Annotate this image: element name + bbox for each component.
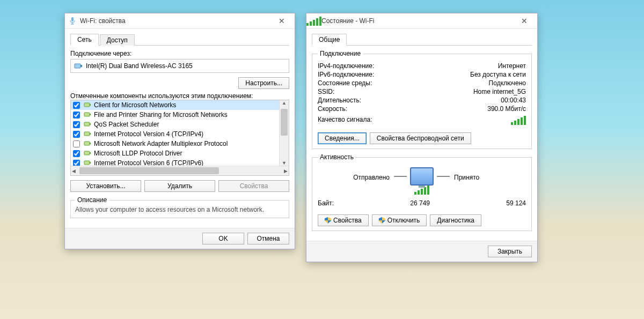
wifi-status-window: Состояние - Wi-Fi ✕ Общие Подключение IP… [306,13,538,262]
received-label: Принято [454,174,526,181]
ipv4-value: Интернет [498,62,526,70]
component-icon [83,120,92,129]
configure-button[interactable]: Настроить... [238,77,289,89]
speed-label: Скорость: [318,105,347,113]
properties-button[interactable]: Свойства [318,214,369,226]
scroll-up-icon[interactable]: ▲ [282,100,287,106]
list-item[interactable]: File and Printer Sharing for Microsoft N… [71,110,289,120]
close-icon[interactable]: ✕ [272,15,291,27]
connection-group: Подключение IPv4-подключение:Интернет IP… [312,50,532,149]
svg-rect-8 [90,114,91,115]
duration-value: 00:00:43 [501,97,526,104]
details-button[interactable]: Сведения... [318,132,367,144]
shield-icon [325,217,331,224]
list-item[interactable]: Internet Protocol Version 4 (TCP/IPv4) [71,129,289,139]
components-list[interactable]: Client for Microsoft NetworksFile and Pr… [70,100,289,176]
scrollbar-horizontal[interactable]: ◀ ▶ [71,166,289,175]
component-checkbox[interactable] [73,131,80,138]
signal-bars-icon [511,116,526,127]
component-checkbox[interactable] [73,150,80,157]
component-label: QoS Packet Scheduler [94,121,159,128]
svg-rect-14 [90,143,91,144]
install-button[interactable]: Установить... [70,180,141,192]
dialog-footer: Закрыть [306,241,537,262]
component-label: Client for Microsoft Networks [94,101,176,109]
description-group: Описание Allows your computer to access … [70,196,289,218]
list-item[interactable]: Microsoft Network Adapter Multiplexor Pr… [71,139,289,149]
component-checkbox[interactable] [73,112,80,118]
wifi-properties-window: Wi-Fi: свойства ✕ Сеть Доступ Подключени… [64,13,295,249]
diagnose-button[interactable]: Диагностика [430,214,481,226]
svg-rect-13 [84,142,90,145]
cancel-button[interactable]: Отмена [247,233,289,244]
svg-rect-3 [75,64,80,68]
bytes-recv-value: 59 124 [462,199,526,207]
components-label: Отмеченные компоненты используются этим … [70,92,289,100]
ok-button[interactable]: OK [202,233,244,244]
svg-rect-17 [84,161,90,165]
svg-rect-0 [71,17,74,21]
adapter-field: Intel(R) Dual Band Wireless-AC 3165 [70,59,289,73]
ipv4-label: IPv4-подключение: [318,62,374,70]
ipv6-value: Без доступа к сети [470,71,526,78]
ipv6-label: IPv6-подключение: [318,71,374,78]
dialog-footer: OK Отмена [65,228,295,249]
ssid-value: Home internet_5G [473,88,526,95]
list-item[interactable]: QoS Packet Scheduler [71,120,289,129]
close-button[interactable]: Закрыть [488,246,532,257]
component-checkbox[interactable] [73,140,80,147]
adapter-name: Intel(R) Dual Band Wireless-AC 3165 [86,62,193,70]
activity-legend: Активность [318,153,356,161]
wireless-properties-button[interactable]: Свойства беспроводной сети [370,132,471,144]
component-icon [83,110,92,119]
svg-rect-15 [84,151,90,155]
tabstrip: Сеть Доступ [70,32,289,46]
scroll-thumb-h[interactable] [79,167,219,174]
shield-icon [379,217,385,224]
svg-rect-10 [90,123,91,125]
description-text: Allows your computer to access resources… [75,206,284,213]
svg-rect-9 [84,122,90,126]
disable-button[interactable]: Отключить [372,214,427,226]
component-checkbox[interactable] [73,121,80,128]
tab-general[interactable]: Общие [312,34,347,46]
scroll-down-icon[interactable]: ▼ [282,160,287,166]
component-icon [83,149,92,158]
svg-rect-11 [84,132,90,136]
tab-network[interactable]: Сеть [70,34,99,46]
duration-label: Длительность: [318,97,361,104]
bytes-label: Байт: [318,199,366,207]
component-label: Microsoft LLDP Protocol Driver [94,150,182,157]
close-icon[interactable]: ✕ [515,15,534,27]
uninstall-button[interactable]: Удалить [144,180,215,192]
component-checkbox[interactable] [73,102,80,109]
svg-rect-16 [90,152,91,154]
svg-rect-12 [90,133,91,135]
titlebar[interactable]: Состояние - Wi-Fi ✕ [306,13,537,29]
connection-legend: Подключение [318,50,363,57]
component-icon [83,101,92,109]
microphone-icon [68,17,77,25]
window-title: Состояние - Wi-Fi [321,17,515,25]
scroll-thumb-v[interactable] [281,109,288,136]
svg-rect-4 [80,65,82,67]
bytes-sent-value: 26 749 [366,199,462,207]
component-icon [83,139,92,148]
item-properties-button[interactable]: Свойства [218,180,289,192]
component-icon [83,130,92,138]
titlebar[interactable]: Wi-Fi: свойства ✕ [65,13,295,29]
speed-value: 390.0 Мбит/с [487,105,526,113]
scroll-right-icon[interactable]: ▶ [284,168,288,174]
scroll-left-icon[interactable]: ◀ [72,168,76,174]
tab-access[interactable]: Доступ [100,34,135,46]
list-item[interactable]: Microsoft LLDP Protocol Driver [71,149,289,158]
component-label: File and Printer Sharing for Microsoft N… [94,111,228,118]
svg-rect-7 [84,113,90,116]
list-item[interactable]: Client for Microsoft Networks [71,100,289,110]
description-legend: Описание [75,196,109,204]
connect-via-label: Подключение через: [70,50,289,57]
media-state-label: Состояние среды: [318,79,372,87]
scrollbar-vertical[interactable]: ▲ ▼ [279,100,289,166]
svg-rect-18 [90,162,91,164]
activity-icon [390,167,454,186]
